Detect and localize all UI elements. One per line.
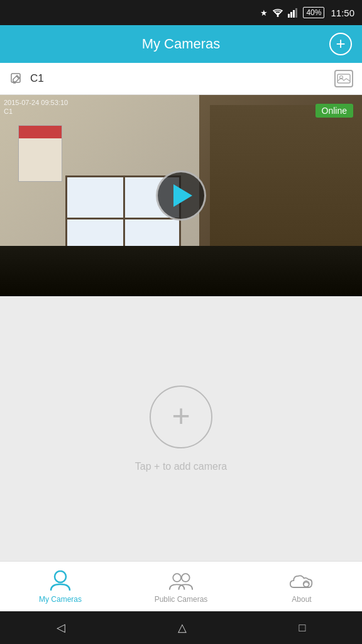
online-badge: Online bbox=[315, 104, 353, 118]
add-camera-section: + Tap + to add camera bbox=[0, 296, 362, 561]
person-icon bbox=[48, 570, 73, 592]
wall-calendar bbox=[18, 125, 62, 182]
svg-rect-5 bbox=[11, 74, 20, 82]
room-floor bbox=[0, 246, 362, 296]
camera-thumbnail[interactable]: Online 2015-07-24 09:53:10 C1 bbox=[0, 95, 362, 296]
play-triangle-icon bbox=[173, 184, 192, 207]
edit-icon[interactable] bbox=[9, 71, 24, 86]
svg-point-10 bbox=[55, 571, 66, 582]
tap-hint-label: Tap + to add camera bbox=[135, 461, 227, 472]
add-camera-plus-icon: + bbox=[172, 400, 190, 431]
svg-point-0 bbox=[277, 15, 279, 17]
svg-point-11 bbox=[173, 574, 181, 582]
android-home-button[interactable]: △ bbox=[178, 621, 187, 635]
status-icons: ★ 40% 11:50 bbox=[8, 7, 354, 18]
camera-timestamp: 2015-07-24 09:53:10 bbox=[4, 99, 68, 106]
svg-rect-1 bbox=[288, 14, 290, 18]
status-bar: ★ 40% 11:50 bbox=[0, 0, 362, 25]
wifi-icon bbox=[272, 8, 284, 18]
app-title: My Cameras bbox=[142, 36, 221, 52]
svg-point-12 bbox=[182, 574, 190, 582]
bookshelf bbox=[210, 105, 362, 246]
svg-rect-8 bbox=[337, 74, 350, 83]
android-back-button[interactable]: ◁ bbox=[57, 621, 65, 635]
android-nav: ◁ △ □ bbox=[0, 611, 362, 644]
nav-label-my-cameras: My Cameras bbox=[39, 595, 82, 604]
header-add-button[interactable]: + bbox=[329, 33, 352, 55]
nav-label-public-cameras: Public Cameras bbox=[155, 595, 208, 604]
svg-rect-2 bbox=[290, 12, 292, 18]
add-camera-button[interactable]: + bbox=[150, 386, 212, 448]
header-plus-icon: + bbox=[336, 35, 345, 52]
nav-item-my-cameras[interactable]: My Cameras bbox=[0, 570, 121, 604]
app-header: My Cameras + bbox=[0, 25, 362, 63]
star-icon: ★ bbox=[260, 8, 268, 18]
nav-label-about: About bbox=[292, 595, 311, 604]
camera-item: C1 bbox=[0, 63, 362, 95]
android-recent-button[interactable]: □ bbox=[299, 621, 306, 635]
cam-label: C1 bbox=[4, 108, 13, 115]
clock: 11:50 bbox=[331, 8, 354, 18]
camera-name-row: C1 bbox=[9, 71, 44, 86]
play-button[interactable] bbox=[156, 170, 206, 221]
nav-item-about[interactable]: About bbox=[241, 570, 362, 604]
signal-icon bbox=[288, 8, 299, 18]
group-icon bbox=[168, 570, 194, 592]
nav-item-public-cameras[interactable]: Public Cameras bbox=[121, 570, 241, 604]
bottom-nav: My Cameras Public Cameras About bbox=[0, 561, 362, 611]
camera-item-header: C1 bbox=[0, 63, 362, 94]
calendar-top bbox=[19, 126, 62, 138]
svg-rect-4 bbox=[295, 8, 297, 18]
camera-name-label: C1 bbox=[30, 72, 44, 85]
svg-rect-3 bbox=[293, 10, 295, 18]
cloud-icon bbox=[289, 570, 314, 592]
gallery-icon[interactable] bbox=[334, 70, 353, 87]
battery-indicator: 40% bbox=[303, 7, 324, 18]
